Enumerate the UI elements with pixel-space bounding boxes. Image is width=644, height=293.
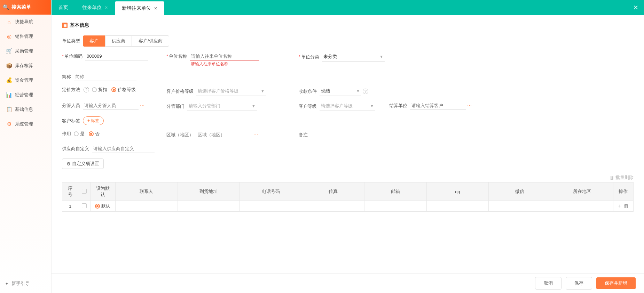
supplier-custom-input[interactable] (92, 145, 155, 153)
operations-icon: 📊 (6, 92, 12, 98)
payment-terms-field: 收款条件 现结 ▼ ? (299, 87, 368, 96)
customer-price-level-placeholder: 请选择客户价格等级 (198, 88, 259, 94)
tab-new-partner-close[interactable]: ✕ (154, 6, 157, 11)
add-tag-button[interactable]: + 标签 (83, 116, 104, 125)
unit-type-customer-btn[interactable]: 客户 (83, 35, 105, 47)
search-icon: 🔍 (3, 4, 9, 10)
row-qq-input[interactable] (430, 204, 485, 209)
sidebar-item-finance[interactable]: 💰 资金管理 (0, 73, 51, 88)
pricing-level-radio[interactable]: 价格等级 (111, 87, 136, 93)
sidebar-item-label: 新手引导 (11, 280, 30, 287)
sidebar: 🔍 搜索菜单 ⌂ 快捷导航 ◎ 销售管理 🛒 采购管理 📦 库存核算 💰 资金管… (0, 0, 52, 293)
sidebar-item-inventory[interactable]: 📦 库存核算 (0, 58, 51, 73)
col-checkbox[interactable] (78, 182, 91, 201)
row-address-input[interactable] (181, 204, 236, 209)
row-phone-input[interactable] (243, 204, 298, 209)
custom-settings-button[interactable]: ⚙ 自定义项设置 (62, 158, 104, 169)
sidebar-item-sales[interactable]: ◎ 销售管理 (0, 29, 51, 44)
short-name-label: 简称 (62, 74, 71, 80)
settlement-unit-more-btn[interactable]: ··· (467, 103, 472, 109)
row-checkbox[interactable] (78, 201, 91, 212)
sidebar-item-operations[interactable]: 📊 经营管理 (0, 88, 51, 102)
row-fax[interactable] (302, 201, 364, 212)
payment-terms-label: 收款条件 (299, 88, 317, 95)
manager-more-btn[interactable]: ··· (140, 103, 144, 109)
tab-partners-close[interactable]: ✕ (104, 5, 108, 10)
tab-new-partner[interactable]: 新增往来单位 ✕ (115, 1, 164, 15)
unit-category-field: 单位分类 未分类 ▼ (299, 52, 385, 62)
unit-code-field: 单位编码 (62, 52, 166, 60)
window-close-button[interactable]: ✕ (628, 0, 644, 15)
remark-field: 备注 (299, 131, 634, 139)
cancel-button[interactable]: 取消 (535, 277, 561, 290)
region-label: 区域（地区） (166, 132, 194, 138)
quick-nav-icon: ⌂ (6, 19, 12, 25)
row-email[interactable] (364, 201, 426, 212)
search-menu-button[interactable]: 🔍 搜索菜单 (0, 0, 51, 15)
short-name-row: 简称 (62, 73, 634, 81)
row-delete-btn[interactable]: 🗑 (623, 203, 630, 209)
row-wechat-input[interactable] (492, 204, 547, 209)
sidebar-item-quick-nav[interactable]: ⌂ 快捷导航 (0, 15, 51, 29)
customer-level-label: 客户等级 (299, 103, 317, 109)
region-input[interactable] (196, 131, 252, 139)
payment-terms-select[interactable]: 现结 ▼ (320, 87, 361, 96)
sidebar-item-label: 系统管理 (15, 121, 33, 127)
table-row: 1 默认 (62, 201, 634, 212)
row-wechat[interactable] (489, 201, 551, 212)
pricing-discount-radio[interactable]: 折扣 (92, 87, 107, 93)
sidebar-item-base-info[interactable]: 📋 基础信息 (0, 102, 51, 117)
save-new-button[interactable]: 保存并新增 (596, 277, 636, 289)
tab-bar: 首页 往来单位 ✕ 新增往来单位 ✕ ✕ (52, 0, 644, 15)
unit-name-input[interactable] (190, 52, 259, 60)
sidebar-item-guide[interactable]: ✦ 新手引导 (0, 277, 51, 290)
pricing-help-icon[interactable]: ? (84, 87, 89, 92)
disabled-yes-circle (74, 131, 79, 136)
department-select[interactable]: 请输入分管部门 ▼ (187, 101, 257, 111)
row-qq[interactable] (426, 201, 489, 212)
unit-type-supplier-btn[interactable]: 供应商 (105, 35, 132, 47)
pricing-method-field: 定价方法 ? 折扣 价格等级 (62, 87, 166, 93)
row-default-radio[interactable]: 默认 (94, 203, 112, 209)
customer-price-level-select[interactable]: 请选择客户价格等级 ▼ (196, 87, 266, 96)
sidebar-item-label: 资金管理 (15, 77, 33, 83)
disabled-yes-radio[interactable]: 是 (74, 131, 85, 137)
sidebar-item-system[interactable]: ⚙ 系统管理 (0, 117, 51, 131)
disabled-no-radio[interactable]: 否 (89, 131, 100, 137)
system-icon: ⚙ (6, 121, 12, 127)
row-region[interactable] (551, 201, 613, 212)
col-contact: 联系人 (115, 182, 178, 201)
row-region-input[interactable] (555, 204, 610, 209)
row-contact[interactable] (115, 201, 178, 212)
short-name-input[interactable] (74, 73, 136, 81)
manager-input[interactable] (83, 101, 139, 110)
remark-input[interactable] (311, 131, 415, 139)
payment-help-icon[interactable]: ? (363, 89, 368, 94)
row-email-input[interactable] (368, 204, 423, 209)
row-phone[interactable] (240, 201, 302, 212)
manager-field: 分管人员 ··· (62, 101, 166, 110)
unit-category-select[interactable]: 未分类 ▼ (322, 52, 385, 62)
region-more-btn[interactable]: ··· (253, 132, 258, 138)
row-contact-input[interactable] (119, 204, 174, 209)
row-fax-input[interactable] (306, 204, 361, 209)
save-button[interactable]: 保存 (566, 277, 592, 290)
base-info-icon: 📋 (6, 106, 12, 113)
batch-delete-label[interactable]: 批量删除 (615, 174, 634, 181)
row-add-btn[interactable]: + (617, 203, 621, 209)
row-address[interactable] (178, 201, 240, 212)
col-qq: qq (426, 182, 489, 201)
department-label: 分管部门 (166, 103, 184, 109)
code-name-category-row: 单位编码 单位名称 请输入往来单位名称 单位分类 未分类 ▼ (62, 52, 634, 67)
tab-partners[interactable]: 往来单位 ✕ (75, 0, 115, 15)
settlement-unit-input[interactable] (410, 101, 466, 110)
settings-icon: ⚙ (66, 161, 71, 166)
unit-code-label: 单位编码 (62, 53, 83, 59)
sidebar-item-purchase[interactable]: 🛒 采购管理 (0, 44, 51, 58)
unit-code-input[interactable] (85, 52, 148, 60)
tab-home[interactable]: 首页 (52, 0, 75, 15)
col-phone: 电话号码 (240, 182, 302, 201)
unit-type-both-btn[interactable]: 客户/供应商 (132, 35, 169, 47)
unit-category-label: 单位分类 (299, 54, 319, 60)
customer-level-select[interactable]: 请选择客户等级 ▼ (320, 101, 375, 111)
